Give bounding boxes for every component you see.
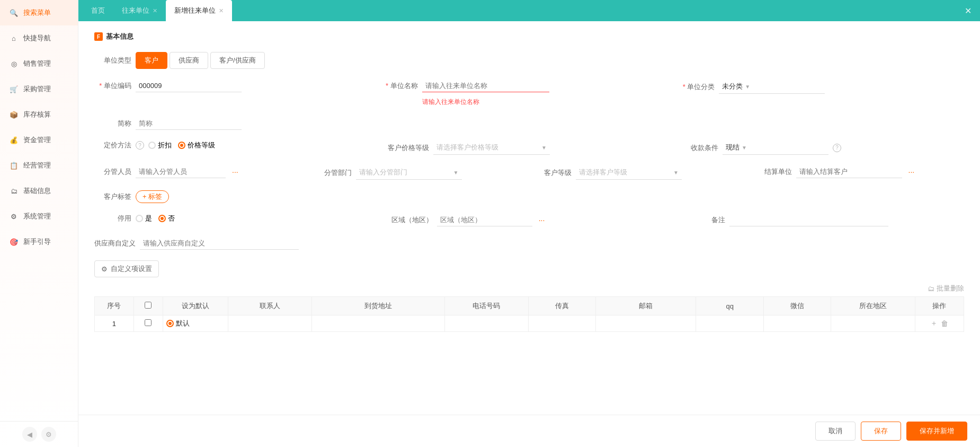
tab-home[interactable]: 首页: [83, 0, 113, 21]
cell-contact-input[interactable]: [246, 320, 294, 328]
radio-price-level[interactable]: 价格等级: [178, 141, 215, 150]
region-input[interactable]: [437, 214, 532, 226]
short-name-row: 简称: [94, 117, 964, 130]
sidebar-item-guide[interactable]: 🎯 新手引导: [0, 229, 78, 255]
unit-name-field: 单位名称 请输入往来单位名称: [381, 80, 667, 107]
unit-code-input[interactable]: [136, 80, 242, 92]
department-select[interactable]: 请输入分管部门 ▼: [356, 165, 462, 180]
supplier-custom-label: 供应商自定义: [94, 239, 136, 248]
sidebar-item-search[interactable]: 🔍 搜索菜单: [0, 0, 78, 25]
payment-terms-field: 收款条件 现结 ▼ ?: [681, 141, 964, 155]
col-header-checkbox: [133, 297, 163, 315]
tab-new-partner-close[interactable]: ✕: [219, 7, 224, 14]
row-checkbox[interactable]: [145, 319, 152, 326]
cell-weixin-input[interactable]: [779, 320, 816, 328]
row-delete-btn[interactable]: 🗑: [941, 319, 948, 328]
table-select-all[interactable]: [145, 302, 152, 309]
region-more-btn[interactable]: ···: [539, 216, 545, 224]
batch-delete-area: 🗂 批量删除: [94, 284, 964, 293]
department-arrow: ▼: [453, 170, 459, 176]
radio-no[interactable]: 否: [158, 214, 175, 223]
sidebar-collapse-icon[interactable]: ◀: [22, 427, 37, 442]
row-default-radio[interactable]: 默认: [166, 319, 225, 328]
table-header-row: 序号 设为默认 联系人 到货地址 电话号码 传真 邮箱 qq 微信 所在地区 操…: [95, 297, 964, 315]
short-name-field: 简称: [94, 117, 964, 130]
cell-qq-input[interactable]: [711, 320, 749, 328]
settlement-unit-input[interactable]: [796, 165, 902, 178]
unit-category-label: 单位分类: [678, 82, 715, 92]
payment-terms-select[interactable]: 现结 ▼: [723, 141, 828, 155]
cancel-button[interactable]: 取消: [815, 422, 856, 441]
tab-partner-list[interactable]: 往来单位 ✕: [113, 0, 166, 21]
tabbar: 首页 往来单位 ✕ 新增往来单位 ✕ ✕: [78, 0, 980, 21]
payment-terms-help-icon[interactable]: ?: [833, 144, 841, 152]
unit-btn-both[interactable]: 客户/供应商: [210, 52, 265, 69]
tabbar-close-all[interactable]: ✕: [960, 6, 976, 16]
row-add-btn[interactable]: ＋: [930, 319, 938, 328]
manager-input[interactable]: [136, 165, 226, 178]
batch-delete-label[interactable]: 批量删除: [937, 284, 964, 293]
tab-new-partner[interactable]: 新增往来单位 ✕: [166, 0, 232, 21]
cell-addr-input[interactable]: [338, 320, 418, 328]
pricing-method-field: 定价方法 ? 折扣 价格等级: [94, 141, 377, 150]
home-icon: ⌂: [8, 33, 19, 43]
batch-delete-icon: 🗂: [928, 285, 934, 293]
sidebar-item-quick-nav[interactable]: ⌂ 快捷导航: [0, 25, 78, 51]
sidebar-item-system[interactable]: ⚙ 系统管理: [0, 204, 78, 229]
cell-area-input[interactable]: [849, 320, 897, 328]
cell-contact: [228, 315, 311, 332]
pricing-help-icon[interactable]: ?: [136, 141, 144, 150]
sidebar-item-sales[interactable]: ◎ 销售管理: [0, 51, 78, 76]
supplier-custom-input[interactable]: [140, 237, 299, 250]
sidebar: 🔍 搜索菜单 ⌂ 快捷导航 ◎ 销售管理 🛒 采购管理 📦 库存核算 💰 资金管…: [0, 0, 78, 447]
add-tag-btn[interactable]: + 标签: [136, 190, 169, 203]
short-name-input[interactable]: [136, 117, 242, 130]
settlement-unit-label: 结算单位: [755, 167, 792, 177]
cell-phone-input[interactable]: [462, 320, 510, 328]
col-header-default: 设为默认: [163, 297, 228, 315]
pricing-row: 定价方法 ? 折扣 价格等级 客户价格等级 请选择客户价格等级: [94, 141, 964, 155]
inventory-icon: 📦: [8, 109, 19, 120]
customer-level-select[interactable]: 请选择客户等级 ▼: [576, 165, 682, 180]
payment-terms-arrow: ▼: [742, 145, 747, 151]
department-field: 分管部门 请输入分管部门 ▼: [315, 165, 524, 180]
sidebar-item-basic-info[interactable]: 🗂 基础信息: [0, 178, 78, 204]
unit-category-select[interactable]: 未分类 ▼: [719, 80, 825, 94]
radio-discount[interactable]: 折扣: [148, 141, 172, 150]
unit-type-field: 单位类型 客户 供应商 客户/供应商: [94, 52, 964, 69]
custom-settings-btn[interactable]: ⚙ 自定义项设置: [94, 260, 159, 277]
sidebar-item-finance[interactable]: 💰 资金管理: [0, 127, 78, 153]
sidebar-item-purchase[interactable]: 🛒 采购管理: [0, 76, 78, 102]
col-header-addr: 到货地址: [312, 297, 444, 315]
col-header-phone: 电话号码: [444, 297, 528, 315]
code-name-category-row: 单位编码 单位名称 请输入往来单位名称 单位分类 未分类 ▼: [94, 80, 964, 107]
manager-field: 分管人员 ···: [94, 165, 304, 178]
save-and-add-button[interactable]: 保存并新增: [906, 422, 967, 441]
remarks-input[interactable]: [729, 214, 888, 226]
settlement-unit-field: 结算单位 ···: [755, 165, 965, 178]
customer-price-level-select[interactable]: 请选择客户价格等级 ▼: [433, 141, 550, 155]
settlement-unit-more-btn[interactable]: ···: [908, 168, 915, 176]
unit-name-input[interactable]: [422, 80, 549, 92]
guide-icon: 🎯: [8, 236, 19, 247]
department-label: 分管部门: [315, 168, 352, 178]
cell-email-input[interactable]: [617, 320, 675, 328]
save-button[interactable]: 保存: [861, 422, 901, 441]
supplier-custom-field: 供应商自定义: [94, 237, 964, 250]
unit-code-label: 单位编码: [94, 81, 131, 91]
cell-fax-input[interactable]: [544, 320, 581, 328]
radio-yes[interactable]: 是: [136, 214, 152, 223]
unit-btn-customer[interactable]: 客户: [136, 52, 167, 69]
table-section: ⚙ 自定义项设置 🗂 批量删除 序号 设为默认 联系人 到货地址 电话号码: [94, 260, 964, 332]
disabled-radio-group: 是 否: [136, 214, 175, 223]
sidebar-settings-icon[interactable]: ⚙: [41, 427, 56, 442]
main-area: 首页 往来单位 ✕ 新增往来单位 ✕ ✕ F 基本信息 单位类型 客户 供应商 …: [78, 0, 980, 447]
sidebar-item-inventory[interactable]: 📦 库存核算: [0, 102, 78, 127]
manager-more-btn[interactable]: ···: [232, 168, 238, 176]
tab-partner-list-close[interactable]: ✕: [153, 7, 157, 14]
payment-terms-label: 收款条件: [681, 143, 718, 153]
operations-icon: 📋: [8, 160, 19, 171]
customer-price-level-field: 客户价格等级 请选择客户价格等级 ▼: [388, 141, 671, 155]
unit-btn-supplier[interactable]: 供应商: [170, 52, 208, 69]
sidebar-item-operations[interactable]: 📋 经营管理: [0, 153, 78, 178]
